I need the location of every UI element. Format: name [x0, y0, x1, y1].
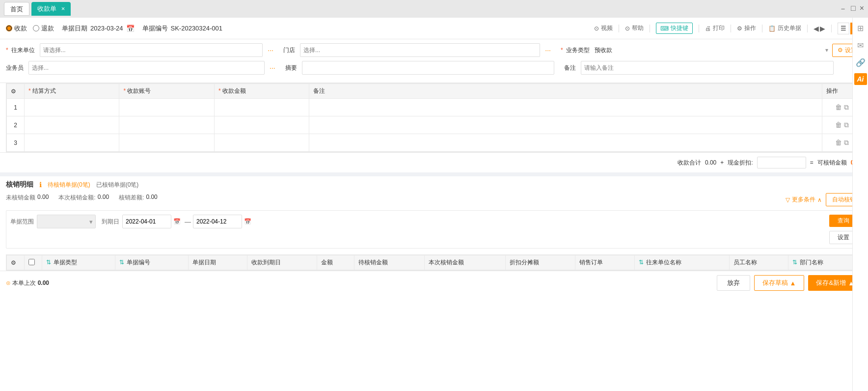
right-sidebar: ⊞ ✉ 🔗 Ai: [852, 18, 868, 391]
summary-input[interactable]: [302, 61, 555, 75]
discount-input[interactable]: [757, 157, 806, 168]
bth-settings[interactable]: ⚙: [7, 255, 25, 270]
salesperson-field: 业务员 ···: [6, 61, 275, 75]
sort-icon-type[interactable]: ⇅: [46, 259, 51, 266]
footer: ⊙ 本单上次 0.00 放弃 保存草稿 ▲ 保存&新增 ▲: [0, 271, 868, 295]
calendar-start-icon[interactable]: 📅: [173, 218, 181, 225]
table-row: 1 🗑 ⧉: [7, 99, 862, 116]
delete-icon-1[interactable]: 🗑: [835, 103, 842, 112]
delete-icon-2[interactable]: 🗑: [835, 121, 842, 129]
summary-label: 摘要: [285, 64, 297, 72]
tab-close-icon[interactable]: ×: [61, 5, 65, 12]
th-settings[interactable]: ⚙: [7, 84, 25, 99]
operation-btn[interactable]: ⚙ 操作: [737, 24, 756, 32]
divider: [731, 25, 731, 32]
biz-type-dropdown-icon[interactable]: ▾: [825, 47, 828, 54]
close-icon[interactable]: ×: [860, 4, 864, 14]
unverified-stat: 未核销金额 0.00: [6, 194, 49, 202]
divider: [619, 25, 619, 32]
list-view-btn[interactable]: ☰: [838, 23, 849, 34]
biz-type-label: 业务类型: [566, 46, 590, 55]
video-btn[interactable]: ⊙ 视频: [594, 24, 613, 32]
form-row-1: * 往来单位 ··· 门店 ··· * 业务类型 预收款 ▾ ⚙: [6, 43, 862, 57]
remark-field: 备注: [564, 61, 834, 75]
divider: [650, 25, 650, 32]
th-amount: * 收款金额: [214, 84, 309, 99]
info-icon[interactable]: ℹ: [39, 181, 42, 189]
window-controls: － □ ×: [839, 4, 864, 14]
counterpart-more-icon[interactable]: ···: [268, 46, 273, 54]
summary-field: 摘要: [285, 61, 555, 75]
bth-date: 单据日期: [188, 255, 247, 270]
sort-icon-counterpart[interactable]: ⇅: [639, 259, 644, 266]
minimize-icon[interactable]: －: [839, 4, 847, 14]
sort-icon-number[interactable]: ⇅: [119, 259, 124, 266]
cell-amount-3[interactable]: [214, 134, 309, 152]
cell-remark-3[interactable]: [309, 134, 822, 152]
prev-arrow-icon[interactable]: ◀: [814, 25, 819, 32]
store-input[interactable]: [300, 43, 540, 57]
tab-receipt[interactable]: 收款单 ×: [31, 2, 71, 16]
date-start-input[interactable]: [122, 215, 171, 228]
date-end-input[interactable]: [193, 215, 242, 228]
cell-account-3[interactable]: [119, 134, 214, 152]
copy-icon-2[interactable]: ⧉: [844, 121, 849, 129]
sort-icon-dept[interactable]: ⇅: [792, 259, 797, 266]
delete-icon-3[interactable]: 🗑: [835, 139, 842, 147]
select-all-checkbox[interactable]: [28, 259, 35, 265]
footer-actions: 放弃 保存草稿 ▲ 保存&新增 ▲: [717, 275, 862, 291]
form-area: * 往来单位 ··· 门店 ··· * 业务类型 预收款 ▾ ⚙: [0, 39, 868, 83]
salesperson-more-icon[interactable]: ···: [270, 64, 275, 72]
cell-account-1[interactable]: [119, 99, 214, 116]
save-draft-btn[interactable]: 保存草稿 ▲: [754, 275, 805, 291]
tab-home[interactable]: 首页: [4, 2, 29, 16]
cell-remark-2[interactable]: [309, 116, 822, 134]
cell-amount-2[interactable]: [214, 116, 309, 134]
receipt-label: 收款: [14, 24, 27, 33]
total-value: 0.00: [705, 159, 716, 166]
print-btn[interactable]: 🖨 打印: [705, 24, 725, 32]
cell-settlement-3[interactable]: [25, 134, 119, 152]
range-field: 单据范围 ▾: [10, 215, 96, 228]
maximize-icon[interactable]: □: [851, 4, 856, 14]
discard-btn[interactable]: 放弃: [717, 275, 750, 291]
range-select[interactable]: [37, 215, 96, 228]
completed-tab[interactable]: 已核销单据(0笔): [96, 181, 139, 189]
net-label: 可核销金额: [817, 159, 847, 167]
bth-sales-order: 销售订单: [575, 255, 634, 270]
more-conditions-btn[interactable]: ▽ 更多条件 ∧: [786, 196, 822, 204]
table-icon[interactable]: ⊞: [855, 22, 866, 35]
nav-arrows: ◀ ▶: [814, 25, 825, 32]
print-icon: 🖨: [705, 25, 711, 32]
cell-amount-1[interactable]: [214, 99, 309, 116]
copy-icon-1[interactable]: ⧉: [844, 103, 849, 112]
cell-account-2[interactable]: [119, 116, 214, 134]
remark-input[interactable]: [581, 61, 834, 75]
draft-dropdown-icon[interactable]: ▲: [790, 279, 796, 287]
history-btn[interactable]: 📋 历史单据: [768, 24, 801, 32]
operation-icon: ⚙: [737, 25, 742, 32]
section-title: 核销明细: [6, 180, 33, 189]
receipt-radio[interactable]: 收款: [6, 24, 27, 33]
next-arrow-icon[interactable]: ▶: [820, 25, 825, 32]
email-icon[interactable]: ✉: [855, 39, 866, 52]
counterpart-input[interactable]: [40, 43, 263, 57]
salesperson-input[interactable]: [28, 61, 265, 75]
cell-settlement-1[interactable]: [25, 99, 119, 116]
refund-radio[interactable]: 退款: [33, 24, 54, 33]
help-btn[interactable]: ⊙ 帮助: [625, 24, 644, 32]
bth-current: 本次核销金额: [424, 255, 505, 270]
copy-icon-3[interactable]: ⧉: [844, 139, 849, 147]
ai-icon[interactable]: Ai: [854, 73, 867, 85]
link-icon[interactable]: 🔗: [854, 56, 868, 69]
cell-settlement-2[interactable]: [25, 116, 119, 134]
store-more-icon[interactable]: ···: [545, 46, 551, 54]
calendar-end-icon[interactable]: 📅: [244, 218, 251, 225]
th-account: * 收款账号: [119, 84, 214, 99]
pending-tab[interactable]: 待核销单据(0笔): [48, 181, 90, 189]
shortcut-btn[interactable]: ⌨ 快捷键: [656, 23, 693, 34]
cell-remark-1[interactable]: [309, 99, 822, 116]
calendar-icon[interactable]: 📅: [126, 25, 135, 32]
gear-icon: ⚙: [838, 47, 843, 54]
search-form: 单据范围 ▾ 到期日 📅 — 📅 查询: [6, 210, 862, 249]
